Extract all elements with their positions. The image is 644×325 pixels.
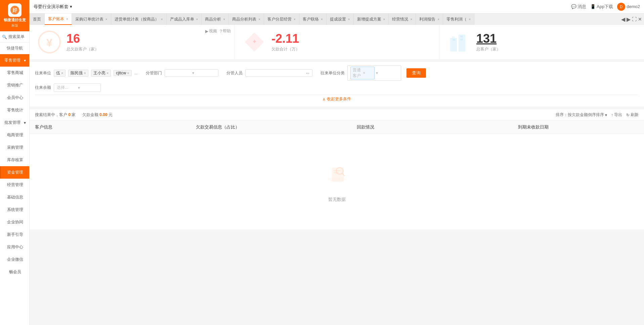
sidebar-item-newbie[interactable]: 新手引导	[0, 228, 29, 241]
app-download-btn[interactable]: 📱 App下载	[590, 4, 613, 10]
sidebar-item-retail-stats[interactable]: 零售统计	[0, 104, 29, 116]
close-icon[interactable]: ×	[383, 17, 385, 21]
sidebar-item-wechat[interactable]: 企业微信	[0, 253, 29, 266]
quick-nav-btn[interactable]: 快捷导航	[0, 43, 29, 54]
svg-rect-8	[452, 36, 455, 38]
close-icon[interactable]: ×	[437, 17, 439, 21]
stat-label-total: 总客户（家）	[476, 46, 636, 52]
tab-label: 客户联络	[303, 16, 319, 22]
sidebar-item-enterprise[interactable]: 企业协同	[0, 216, 29, 228]
filter-unitclass-select[interactable]: 普通客户 × ▾	[347, 65, 401, 81]
tab-product-instock[interactable]: 产成品入库单 ×	[167, 13, 202, 25]
chevron-down-icon: ▾	[78, 85, 98, 90]
filter-dept-select[interactable]: ▾	[165, 69, 218, 77]
tab-customer-contact[interactable]: 客户联络 ×	[299, 13, 327, 25]
remove-tag-normal[interactable]: ×	[363, 71, 372, 75]
tab-label: 客户分层经营	[267, 16, 292, 22]
query-btn[interactable]: 查询	[406, 68, 426, 78]
stat-label-customers: 总欠款客户（家）	[67, 46, 226, 52]
sidebar-item-operation[interactable]: 经营管理	[0, 179, 29, 191]
results-overdue-label: 欠款金额	[82, 112, 98, 117]
stat-icon-3	[447, 30, 471, 54]
tab-goods-analysis[interactable]: 商品分析 ×	[202, 13, 229, 25]
results-actions: 排序：按欠款金额倒序排序 ▾ ↑ 导出 ↻ 刷新	[556, 112, 639, 118]
filter-balance-label: 往来余额	[35, 85, 51, 91]
message-btn[interactable]: 💬 消息	[571, 4, 586, 10]
close-icon[interactable]: ×	[223, 17, 225, 21]
tabs-close-all-btn[interactable]: ✕	[638, 16, 642, 22]
tab-label: 商品分析	[205, 16, 221, 22]
sidebar-item-ecommerce[interactable]: 电商管理	[0, 129, 29, 141]
account-selector[interactable]: 母婴行业演示帐套 ▾	[34, 4, 72, 10]
tab-incoming-stats[interactable]: 进货单统计表（按商品） ×	[111, 13, 167, 25]
sidebar-item-retail-mgmt[interactable]: 零售管理 ▾	[0, 54, 29, 67]
help-btn[interactable]: ? 帮助	[220, 28, 231, 34]
sidebar-item-finance[interactable]: 资金管理	[0, 166, 29, 179]
close-icon[interactable]: ×	[105, 17, 108, 21]
search-menu-btn[interactable]: 🔍 搜索菜单	[0, 31, 29, 43]
filter-balance-placeholder: 选择...	[57, 85, 77, 91]
refresh-btn[interactable]: ↻ 刷新	[626, 112, 639, 118]
message-icon: 💬	[571, 4, 576, 9]
sidebar-item-wholesale[interactable]: 批发管理 ▾	[0, 116, 29, 129]
close-icon[interactable]: ×	[348, 17, 350, 21]
sidebar-item-inventory[interactable]: 库存核算	[0, 154, 29, 166]
tab-new-promotion[interactable]: 新增提成方案 ×	[354, 13, 389, 25]
sidebar-item-basic[interactable]: 基础信息	[0, 191, 29, 204]
close-icon[interactable]: ×	[294, 17, 296, 21]
filter-more-btn[interactable]: ...	[134, 71, 138, 75]
tabs-maximize-btn[interactable]: ⛶	[632, 16, 637, 22]
sidebar-item-marketing[interactable]: 营销推广	[0, 79, 29, 92]
tab-label: 客户账本	[48, 16, 64, 22]
filter-person-select[interactable]: ···	[245, 69, 312, 77]
sidebar-item-purchase[interactable]: 采购管理	[0, 141, 29, 154]
tab-label: 进货单统计表（按商品）	[115, 16, 159, 22]
sidebar-item-retail-mall[interactable]: 零售商城	[0, 67, 29, 79]
tab-promotion-settings[interactable]: 提成设置 ×	[327, 13, 354, 25]
close-icon[interactable]: ×	[258, 17, 260, 21]
tabs-prev-btn[interactable]: ◀	[621, 16, 625, 23]
close-icon[interactable]: ×	[321, 17, 323, 21]
sidebar-item-appcenter[interactable]: 应用中心	[0, 241, 29, 253]
close-icon[interactable]: ×	[161, 17, 163, 21]
stat-card-overdue: ✦ -2.11 欠款合计（万）	[234, 25, 439, 59]
remove-tag-chen[interactable]: ×	[84, 71, 86, 75]
stat-body-1: 16 总欠款客户（家）	[67, 32, 226, 52]
close-icon[interactable]: ×	[66, 17, 68, 21]
remove-tag-wu[interactable]: ×	[61, 71, 63, 75]
sidebar-item-vip[interactable]: 畅会员	[0, 266, 29, 278]
table-empty: 暂无数据	[30, 134, 644, 229]
tab-home[interactable]: 首页	[30, 13, 45, 25]
collapse-btn[interactable]: ∧ 收起更多条件	[35, 95, 639, 103]
tab-retail-profit[interactable]: 零售利润（ ×	[443, 13, 474, 25]
sidebar-item-label: 应用中心	[7, 244, 23, 250]
tab-label: 产成品入库单	[170, 16, 194, 22]
results-overdue-value: 0.00	[99, 112, 107, 117]
close-icon[interactable]: ×	[410, 17, 412, 21]
sort-select[interactable]: 排序：按欠款金额倒序排序 ▾	[556, 112, 607, 118]
topbar: 母婴行业演示帐套 ▾ 💬 消息 📱 App下载 D demo2	[30, 0, 644, 13]
sidebar-item-member[interactable]: 会员中心	[0, 92, 29, 104]
remove-tag-cjttcw[interactable]: ×	[127, 71, 129, 75]
main-area: 母婴行业演示帐套 ▾ 💬 消息 📱 App下载 D demo2 首页 客户账本	[30, 0, 644, 325]
sidebar-item-system[interactable]: 系统管理	[0, 204, 29, 216]
tab-purchase-order-stats[interactable]: 采购订单统计表 ×	[72, 13, 111, 25]
video-btn[interactable]: ▶ 视频	[205, 28, 217, 34]
close-icon[interactable]: ×	[469, 17, 471, 21]
close-icon[interactable]: ×	[196, 17, 198, 21]
remove-tag-wang[interactable]: ×	[106, 71, 109, 75]
tab-business-status[interactable]: 经营情况 ×	[389, 13, 416, 25]
app-download-label: App下载	[597, 4, 613, 10]
tabs-next-btn[interactable]: ▶	[627, 16, 631, 23]
tab-goods-list[interactable]: 商品分析列表 ×	[229, 13, 264, 25]
stats-row: ¥ 16 总欠款客户（家） ▶ 视频 ? 帮助	[30, 25, 644, 59]
tab-customer-tiered[interactable]: 客户分层经营 ×	[264, 13, 299, 25]
export-btn[interactable]: ↑ 导出	[611, 112, 622, 118]
tab-profit-report[interactable]: 利润报告 ×	[416, 13, 443, 25]
sidebar-menu: 零售管理 ▾ 零售商城 营销推广 会员中心 零售统计 批发管理 ▾ 电商管理 采…	[0, 54, 29, 325]
tab-label: 首页	[33, 16, 41, 22]
user-avatar[interactable]: D demo2	[617, 3, 640, 11]
filter-balance-select[interactable]: 选择... ▾	[54, 83, 101, 92]
chevron-down-icon: ▾	[24, 58, 26, 63]
tab-customer-accounts[interactable]: 客户账本 ×	[45, 13, 72, 25]
